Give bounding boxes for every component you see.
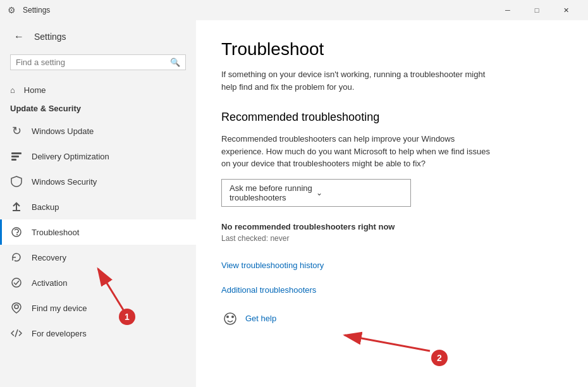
svg-rect-1 — [11, 156, 19, 157]
additional-troubleshooters-link[interactable]: Additional troubleshooters — [221, 285, 563, 295]
chevron-down-icon: ⌄ — [316, 188, 403, 197]
app-body: ← Settings 🔍 ⌂ Home Update & Security — [0, 20, 588, 387]
titlebar-title: Settings — [23, 6, 493, 15]
troubleshoot-label: Troubleshoot — [32, 228, 79, 237]
sidebar-app-title: Settings — [34, 32, 66, 42]
sidebar-item-for-developers[interactable]: For developers — [0, 321, 196, 346]
for-developers-icon — [10, 327, 23, 340]
settings-app-icon: ⚙ — [8, 5, 18, 15]
sidebar-section-title: Update & Security — [0, 101, 196, 118]
minimize-button[interactable]: ─ — [493, 0, 522, 20]
delivery-optimization-icon — [10, 150, 23, 163]
svg-point-11 — [226, 316, 229, 318]
home-label: Home — [24, 85, 46, 95]
page-title: Troubleshoot — [221, 39, 563, 59]
backup-icon — [10, 200, 23, 213]
svg-rect-0 — [11, 152, 21, 154]
maximize-button[interactable]: □ — [522, 0, 551, 20]
app-wrapper: ⚙ Settings ─ □ ✕ ← Settings 🔍 — [0, 0, 588, 387]
svg-point-10 — [224, 313, 236, 324]
windows-update-icon: ↻ — [10, 125, 23, 137]
backup-label: Backup — [32, 202, 59, 212]
sidebar-item-find-my-device[interactable]: Find my device — [0, 295, 196, 321]
troubleshoot-icon — [10, 226, 23, 238]
sidebar-item-windows-security[interactable]: Windows Security — [0, 169, 196, 194]
sidebar-item-backup[interactable]: Backup — [0, 194, 196, 219]
search-input[interactable] — [16, 58, 170, 67]
svg-rect-2 — [11, 159, 16, 161]
windows-security-icon — [10, 175, 23, 188]
get-help-link[interactable]: Get help — [245, 314, 276, 323]
windows-update-label: Windows Update — [32, 126, 94, 136]
troubleshoot-dropdown[interactable]: Ask me before running troubleshooters ⌄ — [221, 179, 411, 207]
view-history-link[interactable]: View troubleshooting history — [221, 261, 563, 270]
dropdown-value: Ask me before running troubleshooters — [230, 183, 316, 202]
get-help-icon — [221, 310, 239, 328]
content-area: Troubleshoot If something on your device… — [196, 20, 588, 387]
recovery-label: Recovery — [32, 253, 66, 262]
svg-point-8 — [15, 305, 18, 309]
sidebar-item-delivery-optimization[interactable]: Delivery Optimization — [0, 144, 196, 169]
find-my-device-label: Find my device — [32, 304, 87, 313]
sidebar-item-recovery[interactable]: Recovery — [0, 245, 196, 270]
last-checked-text: Last checked: never — [221, 234, 563, 243]
get-help-row: Get help — [221, 310, 563, 328]
page-subtitle: If something on your device isn't workin… — [221, 68, 499, 93]
titlebar-controls: ─ □ ✕ — [493, 0, 580, 20]
sidebar-item-home[interactable]: ⌂ Home — [0, 79, 196, 101]
settings-window: ⚙ Settings ─ □ ✕ ← Settings 🔍 — [0, 0, 588, 387]
delivery-optimization-label: Delivery Optimization — [32, 152, 109, 161]
svg-point-12 — [231, 316, 234, 318]
close-button[interactable]: ✕ — [551, 0, 580, 20]
activation-icon — [10, 276, 23, 289]
recommended-desc: Recommended troubleshooters can help imp… — [221, 133, 499, 170]
search-icon: 🔍 — [170, 58, 180, 67]
sidebar-nav-top: ← Settings — [0, 20, 196, 51]
svg-line-9 — [15, 329, 18, 337]
windows-security-label: Windows Security — [32, 177, 97, 187]
recommended-section-title: Recommended troubleshooting — [221, 111, 563, 124]
find-device-icon — [10, 302, 23, 314]
annotation-badge-2: 2 — [431, 350, 448, 366]
annotation-badge-1: 1 — [119, 309, 135, 325]
sidebar-item-windows-update[interactable]: ↻ Windows Update — [0, 118, 196, 144]
svg-point-6 — [16, 234, 18, 235]
sidebar: ← Settings 🔍 ⌂ Home Update & Security — [0, 20, 196, 387]
back-button[interactable]: ← — [10, 28, 28, 46]
svg-point-7 — [12, 278, 21, 287]
sidebar-item-activation[interactable]: Activation — [0, 270, 196, 295]
no-troubleshooters-text: No recommended troubleshooters right now — [221, 222, 563, 231]
for-developers-label: For developers — [32, 329, 87, 338]
activation-label: Activation — [32, 278, 67, 288]
recovery-icon — [10, 251, 23, 264]
titlebar: ⚙ Settings ─ □ ✕ — [0, 0, 588, 20]
home-icon: ⌂ — [10, 85, 15, 95]
search-box[interactable]: 🔍 — [10, 54, 186, 70]
sidebar-item-troubleshoot[interactable]: Troubleshoot — [0, 219, 196, 245]
